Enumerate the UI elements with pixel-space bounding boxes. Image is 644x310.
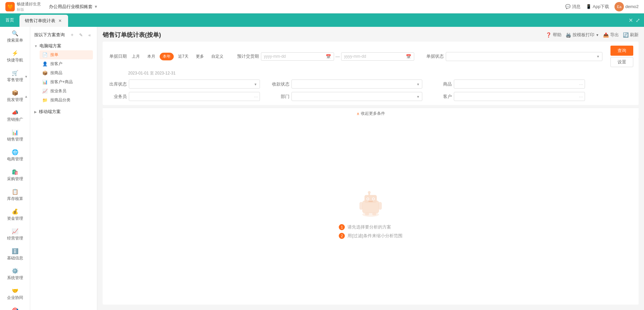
main-layout: 🔍 搜索菜单 ⚡ 快捷导航 🛒 零售管理 ▼ 📦 批发管理 ▲ 📣 营销推广 📊…: [0, 27, 644, 310]
doc-status-select[interactable]: [446, 52, 602, 61]
empty-tips: 1 请先选择要分析的方案 2 用[过滤]条件来缩小分析范围: [339, 224, 402, 239]
mobile-category-arrow-icon: ▶: [34, 110, 37, 114]
scheme-item-by-order[interactable]: 📄 按单: [40, 50, 93, 59]
marketing-icon: 📣: [12, 109, 18, 116]
svg-rect-11: [372, 212, 376, 215]
more-date-btn[interactable]: 更多: [193, 53, 207, 60]
receipt-status-label: 收款状态: [271, 81, 289, 87]
action-buttons: 查询 设置: [610, 46, 633, 67]
sidebar-item-business-mgmt[interactable]: 📈 经营管理: [0, 225, 30, 245]
sidebar-item-sys-mgmt[interactable]: ⚙️ 系统管理: [0, 264, 30, 284]
salesperson-ellipsis[interactable]: ···: [254, 94, 258, 99]
customer-input[interactable]: [454, 92, 585, 101]
business-icon: 📈: [12, 228, 18, 235]
message-button[interactable]: 💬 消息: [565, 4, 581, 10]
scheme-item-by-salesperson[interactable]: 📈 按业务员: [40, 87, 93, 96]
sys-icon: ⚙️: [12, 268, 18, 274]
scheme-category-mobile-label[interactable]: ▶ 移动端方案: [34, 107, 93, 116]
date-quick-btns: 上月 本月 本年 近7天 更多 自定义: [129, 53, 226, 60]
export-button[interactable]: 📤 导出: [603, 32, 619, 38]
by-order-icon: 📄: [42, 52, 48, 57]
custom-date-btn[interactable]: 自定义: [208, 53, 226, 60]
collapse-bar[interactable]: ∧ 收起更多条件: [103, 108, 639, 119]
sidebar-item-label: 采购管理: [7, 176, 23, 182]
last-7-days-btn[interactable]: 近7天: [175, 53, 192, 60]
right-content: 销售订单统计表(按单) ❓ 帮助 🖨️ 按模板打印 ▼ 📤 导出: [97, 27, 644, 310]
shipment-status-label: 出库状态: [108, 81, 127, 87]
tab-close-icon[interactable]: ✕: [57, 18, 63, 23]
sidebar-item-enterprise-coop[interactable]: 🤝 企业协同: [0, 284, 30, 304]
sidebar-item-sales-mgmt[interactable]: 📊 销售管理: [0, 126, 30, 146]
filter-cell-date: 单据日期 上月 本月 本年 近7天 更多 自定义: [108, 53, 226, 60]
sidebar-item-basic-info[interactable]: ℹ️ 基础信息: [0, 245, 30, 264]
sidebar-item-label: 基础信息: [7, 255, 23, 261]
scheme-item-by-customer-product[interactable]: 📊 按客户+商品: [40, 78, 93, 87]
filter-area: 单据日期 上月 本月 本年 近7天 更多 自定义: [103, 42, 639, 105]
this-month-btn[interactable]: 本月: [144, 53, 158, 60]
this-year-btn[interactable]: 本年: [160, 53, 174, 60]
department-select-wrapper: ▼: [291, 92, 423, 101]
template-print-button[interactable]: 🖨️ 按模板打印 ▼: [566, 32, 599, 38]
logo-text: 畅捷通好生意 标版: [17, 1, 41, 12]
page-header: 销售订单统计表(按单) ❓ 帮助 🖨️ 按模板打印 ▼ 📤 导出: [97, 27, 644, 39]
tab-home[interactable]: 首页: [0, 13, 19, 27]
sidebar-item-label: 销售管理: [7, 137, 23, 142]
scheme-item-label: 按业务员: [50, 88, 66, 94]
predicted-date-label: 预计交货期: [237, 53, 259, 59]
product-input[interactable]: [454, 80, 585, 89]
tab-expand-icon[interactable]: ⤢: [636, 17, 640, 23]
scheme-collapse-button[interactable]: «: [86, 32, 93, 38]
sidebar-item-quick-nav[interactable]: ⚡ 快捷导航: [0, 47, 30, 66]
scheme-category-pc-label[interactable]: ▼ 电脑端方案: [34, 42, 93, 50]
sidebar-item-label: 零售管理: [7, 77, 23, 83]
predicted-date-to[interactable]: yyyy-mm-dd 📅: [341, 52, 414, 61]
empty-state: 1 请先选择要分析的方案 2 用[过滤]条件来缩小分析范围: [103, 119, 639, 305]
scheme-item-by-customer[interactable]: 👤 按客户: [40, 59, 93, 68]
tip-2-num: 2: [339, 233, 345, 239]
customer-ellipsis[interactable]: ···: [579, 94, 583, 99]
receipt-status-select[interactable]: [291, 80, 423, 89]
sidebar-item-retail-mgmt[interactable]: 🛒 零售管理 ▼: [0, 66, 30, 86]
svg-rect-7: [368, 201, 373, 202]
search-button[interactable]: 查询: [610, 46, 633, 56]
department-select[interactable]: [291, 92, 423, 101]
sidebar-item-new-guide[interactable]: 🎯 新手引导: [0, 304, 30, 310]
app-download-button[interactable]: 📱 App下载: [586, 4, 609, 10]
salesperson-input[interactable]: [129, 92, 260, 101]
sidebar-item-inventory[interactable]: 📋 库存核算: [0, 185, 30, 205]
svg-rect-9: [378, 202, 382, 210]
scheme-item-by-product-category[interactable]: 📁 按商品分类: [40, 96, 93, 105]
scheme-item-label: 按客户: [50, 61, 62, 67]
customer-label: 客户: [433, 94, 452, 100]
date-label: 单据日期: [108, 53, 127, 59]
avatar: Ea: [614, 2, 624, 11]
filter-cell-receipt: 收款状态 ▼: [271, 80, 423, 89]
tip-2-text: 用[过滤]条件来缩小分析范围: [347, 233, 402, 239]
predicted-date-from[interactable]: yyyy-mm-dd 📅: [261, 52, 334, 61]
print-icon: 🖨️: [566, 32, 571, 38]
last-month-btn[interactable]: 上月: [129, 53, 143, 60]
shipment-status-select-wrapper: ▼: [129, 80, 260, 89]
page-header-actions: ❓ 帮助 🖨️ 按模板打印 ▼ 📤 导出 🔄 刷新: [546, 32, 639, 38]
shipment-status-select[interactable]: [129, 80, 260, 89]
sidebar-item-marketing[interactable]: 📣 营销推广: [0, 106, 30, 126]
sidebar-item-purchase-mgmt[interactable]: 🛍️ 采购管理: [0, 165, 30, 185]
sidebar-item-finance-mgmt[interactable]: 💰 资金管理: [0, 205, 30, 225]
salesperson-label: 业务员: [108, 94, 127, 100]
product-ellipsis[interactable]: ···: [579, 82, 583, 87]
scheme-item-by-product[interactable]: 📦 按商品: [40, 68, 93, 78]
settings-button[interactable]: 设置: [610, 57, 633, 67]
breadcrumb-arrow-icon[interactable]: ▼: [94, 4, 98, 9]
sidebar-item-wholesale-mgmt[interactable]: 📦 批发管理 ▲: [0, 86, 30, 106]
help-button[interactable]: ❓ 帮助: [546, 32, 561, 38]
refresh-button[interactable]: 🔄 刷新: [623, 32, 639, 38]
sidebar-item-search-menu[interactable]: 🔍 搜索菜单: [0, 27, 30, 47]
tab-close-all-icon[interactable]: ✕: [629, 17, 633, 23]
scheme-edit-button[interactable]: ✎: [77, 32, 84, 38]
collapse-label: 收起更多条件: [361, 111, 385, 116]
scheme-add-button[interactable]: ＋: [69, 32, 75, 38]
sidebar-item-ecommerce-mgmt[interactable]: 🌐 电商管理: [0, 146, 30, 165]
user-info[interactable]: Ea demo2: [614, 2, 639, 11]
tab-sales-order-stats[interactable]: 销售订单统计表 ✕: [19, 15, 68, 27]
filter-cell-predicted-date: 预计交货期 yyyy-mm-dd 📅 — yyyy-mm-dd: [237, 52, 415, 61]
